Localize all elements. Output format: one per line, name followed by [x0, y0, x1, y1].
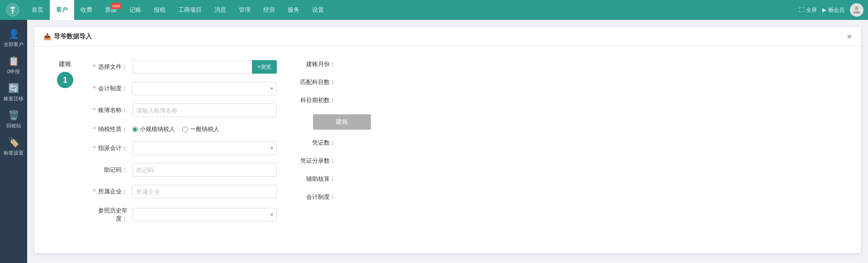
accounts-initial-label: 科目期初数：	[295, 96, 336, 104]
nav-tax[interactable]: 报税	[147, 0, 172, 20]
tag-icon: 🏷️	[8, 137, 19, 148]
migrate-icon: 🔄	[8, 83, 19, 94]
fullscreen-icon: ⛶	[799, 7, 804, 13]
required-star: *	[93, 63, 95, 70]
history-year-row: 参照历史年度：	[87, 207, 277, 223]
nav-manage[interactable]: 管理	[232, 0, 257, 20]
accountant-select-wrap	[132, 141, 277, 155]
svg-point-1	[855, 6, 859, 10]
sidebar-item-tag-settings[interactable]: 🏷️ 标签设置	[0, 133, 27, 160]
radio-general-taxpayer[interactable]: 一般纳税人	[182, 125, 219, 133]
required-star-2: *	[93, 85, 95, 92]
nav-home[interactable]: 首页	[25, 0, 50, 20]
match-accounts-label: 匹配科目数：	[295, 78, 336, 86]
nav-customer[interactable]: 客户	[50, 0, 74, 20]
required-star-5: *	[93, 145, 95, 151]
voucher-entries-label: 凭证分录数：	[295, 157, 336, 165]
info-accounting-system-row: 会计制度：	[295, 193, 449, 201]
logo	[5, 2, 21, 18]
nav-bookkeeping[interactable]: 记账	[123, 0, 147, 20]
dialog-header: 📥 导爷数据导入 ×	[34, 27, 861, 47]
dialog-title: 导爷数据导入	[54, 33, 92, 41]
history-year-select-wrap	[132, 208, 277, 221]
fullscreen-btn[interactable]: ⛶ 全屏	[799, 6, 817, 14]
company-label: * 所属企业：	[87, 188, 128, 196]
tax-type-radio-group: 小规模纳税人 一般纳税人	[132, 125, 277, 133]
trash-icon: 🗑️	[8, 110, 19, 121]
ledger-name-row: * 账簿名称：	[87, 103, 277, 117]
sidebar: 👤 全部客户 📋 0申报 🔄 账套迁移 🗑️ 回收站 🏷️ 标签设置	[0, 20, 27, 263]
new-badge: new	[111, 3, 121, 9]
ledger-name-input[interactable]	[132, 103, 277, 117]
top-nav: 首页 客户 收费 票据 new 记账 报税 工商项目 消息 管理 经营 服务 设…	[0, 0, 868, 20]
voucher-row: 凭证数：	[295, 139, 449, 147]
vip-btn[interactable]: ▶ 畅会员	[822, 6, 844, 14]
nav-right: ⛶ 全屏 ▶ 畅会员	[799, 3, 863, 17]
radio-small-taxpayer[interactable]: 小规模纳税人	[132, 125, 175, 133]
company-row: * 所属企业：	[87, 185, 277, 198]
required-star-6: *	[93, 188, 95, 195]
nav-items: 首页 客户 收费 票据 new 记账 报税 工商项目 消息 管理 经营 服务 设…	[25, 0, 799, 20]
info-panel: 建账月份： 匹配科目数： 科目期初数： 建账 凭证数：	[277, 60, 449, 231]
sidebar-item-all-customers[interactable]: 👤 全部客户	[0, 24, 27, 52]
info-accounting-system-label: 会计制度：	[295, 193, 336, 201]
radio-general-input[interactable]	[182, 127, 188, 132]
file-label: * 选择文件：	[87, 63, 128, 71]
accountant-row: * 指派会计：	[87, 141, 277, 155]
step-circle: 1	[57, 72, 73, 88]
memo-row: 助记码：	[87, 163, 277, 177]
ledger-name-label: * 账簿名称：	[87, 106, 128, 114]
form-panel: * 选择文件： +浏览 * 会计制度：	[87, 60, 277, 231]
nav-message[interactable]: 消息	[208, 0, 232, 20]
sidebar-item-recycle[interactable]: 🗑️ 回收站	[0, 106, 27, 133]
nav-fee[interactable]: 收费	[74, 0, 99, 20]
user-icon: 👤	[8, 28, 19, 39]
vip-icon: ▶	[822, 7, 826, 13]
aux-accounting-label: 辅助核算：	[295, 175, 336, 183]
accounts-initial-row: 科目期初数：	[295, 96, 449, 104]
nav-operation[interactable]: 经营	[257, 0, 281, 20]
sidebar-item-zero-declare[interactable]: 📋 0申报	[0, 52, 27, 79]
nav-invoice[interactable]: 票据 new	[99, 0, 123, 20]
memo-input[interactable]	[132, 163, 277, 177]
accounting-system-row: * 会计制度：	[87, 82, 277, 95]
build-account-button[interactable]: 建账	[313, 114, 371, 130]
tax-type-row: * 纳税性质： 小规模纳税人 一般纳税人	[87, 125, 277, 133]
aux-accounting-row: 辅助核算：	[295, 175, 449, 183]
nav-service[interactable]: 服务	[281, 0, 306, 20]
build-month-row: 建账月份：	[295, 60, 449, 68]
company-input[interactable]	[132, 185, 277, 198]
required-star-3: *	[93, 107, 95, 113]
file-row: * 选择文件： +浏览	[87, 60, 277, 74]
main-content: 📥 导爷数据导入 × 建账 1 * 选择文件：	[27, 20, 868, 263]
close-button[interactable]: ×	[847, 33, 852, 41]
avatar[interactable]	[850, 3, 863, 17]
file-input[interactable]	[132, 60, 252, 74]
accounting-system-label: * 会计制度：	[87, 85, 128, 93]
dialog-card: 📥 导爷数据导入 × 建账 1 * 选择文件：	[34, 27, 861, 253]
accountant-label: * 指派会计：	[87, 144, 128, 152]
voucher-label: 凭证数：	[295, 139, 336, 147]
file-input-group: +浏览	[132, 60, 277, 74]
radio-small-input[interactable]	[132, 127, 138, 132]
match-accounts-row: 匹配科目数：	[295, 78, 449, 86]
browse-button[interactable]: +浏览	[252, 60, 277, 74]
accounting-system-select-wrap	[132, 82, 277, 95]
accounting-system-select[interactable]	[132, 82, 277, 95]
memo-label: 助记码：	[87, 166, 128, 174]
history-year-select[interactable]	[132, 208, 277, 221]
voucher-entries-row: 凭证分录数：	[295, 157, 449, 165]
nav-settings[interactable]: 设置	[306, 0, 330, 20]
sidebar-item-account-migrate[interactable]: 🔄 账套迁移	[0, 79, 27, 106]
tax-type-label: * 纳税性质：	[87, 125, 128, 133]
required-star-4: *	[93, 126, 95, 132]
report-icon: 📋	[8, 56, 19, 66]
build-month-label: 建账月份：	[295, 60, 336, 68]
build-btn-container: 建账	[295, 114, 449, 130]
step-label: 建账	[59, 60, 71, 68]
import-icon: 📥	[43, 33, 51, 40]
history-year-label: 参照历史年度：	[87, 207, 128, 223]
nav-business[interactable]: 工商项目	[172, 0, 208, 20]
accountant-select[interactable]	[132, 141, 277, 155]
step-panel: 建账 1	[43, 60, 87, 231]
